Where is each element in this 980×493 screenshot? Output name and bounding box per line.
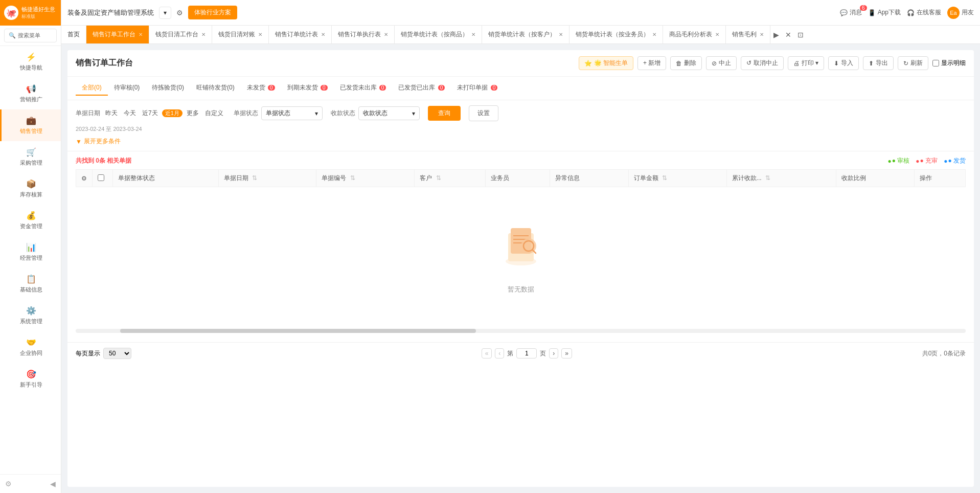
sidebar-item-sales[interactable]: 💼 销售管理 [0,109,61,141]
tab-close-sales-workbench[interactable]: ✕ [139,32,143,37]
more-btn[interactable]: 更多 [185,108,201,119]
import-button[interactable]: ⬇ 导入 [828,56,859,70]
next-page-button[interactable]: › [549,348,558,358]
status-select[interactable]: 单据状态 ▾ [261,106,323,120]
tab-home[interactable]: 首页 [61,26,86,44]
sidebar-item-marketing[interactable]: 📢 营销推广 [0,78,61,109]
tab-sales-exec[interactable]: 销售订单执行表 ✕ [332,26,395,44]
yesterday-btn[interactable]: 昨天 [103,108,120,119]
tab-sales-summary-staff[interactable]: 销货单统计表（按业务员） ✕ [569,26,663,44]
show-detail-checkbox[interactable] [932,60,939,66]
filter-tab-shipped-not-out[interactable]: 已发货未出库 0 [334,81,393,96]
last1month-btn[interactable]: 近1月 [162,109,183,117]
review-action-button[interactable]: ● ● 审核 [887,156,909,165]
sidebar-item-operations[interactable]: 📊 经营管理 [0,236,61,268]
show-detail-toggle[interactable]: 显示明细 [932,59,966,68]
col-header-collected[interactable]: 累计收款... ⇅ [726,170,836,187]
tab-cash-reconcile[interactable]: 钱货日清对账 ✕ [212,26,269,44]
page-size-label: 每页显示 [76,349,100,358]
page-size-dropdown[interactable]: 20 50 100 [103,348,131,359]
system-dropdown[interactable]: ▾ [159,7,171,19]
collapse-button[interactable]: ◀ [50,480,56,488]
tab-close-all-button[interactable]: ✕ [782,31,794,39]
amount-sort-icon: ⇅ [662,174,667,182]
custom-btn[interactable]: 自定义 [203,108,225,119]
horizontal-scrollbar[interactable] [76,329,966,333]
settings-gear-button[interactable]: ⚙ [176,9,183,17]
today-btn[interactable]: 今天 [122,108,138,119]
cancel-stop-button[interactable]: ↺ 取消中止 [741,56,783,70]
filter-tab-not-printed[interactable]: 未打印单据 0 [451,81,504,96]
filter-tab-shipped-out[interactable]: 已发货已出库 0 [392,81,451,96]
app-download-icon: 📱 [868,9,876,16]
last-page-button[interactable]: » [561,348,572,358]
col-header-date[interactable]: 单据日期 ⇅ [218,170,316,187]
tab-scroll-right-button[interactable]: ▶ [770,31,782,39]
tab-close-sales-summary-product[interactable]: ✕ [471,32,475,37]
tab-close-sales-exec[interactable]: ✕ [384,32,388,37]
tab-close-sales-stat[interactable]: ✕ [321,32,325,37]
search-menu-button[interactable]: 🔍 搜索菜单 [4,29,57,42]
tab-sales-workbench[interactable]: 销售订单工作台 ✕ [86,26,149,44]
first-page-button[interactable]: « [482,348,492,358]
tab-sales-stat[interactable]: 销售订单统计表 ✕ [269,26,332,44]
settings-button[interactable]: ⚙ [5,480,12,488]
tab-close-sales-summary-customer[interactable]: ✕ [559,32,563,37]
tab-close-cash-reconcile[interactable]: ✕ [258,32,262,37]
sidebar-item-finance[interactable]: 💰 资金管理 [0,205,61,236]
col-header-check[interactable] [93,170,113,187]
tab-sales-summary-product[interactable]: 销货单统计表（按商品） ✕ [395,26,482,44]
sidebar-item-guide[interactable]: 🎯 新手引导 [0,363,61,395]
setting-button[interactable]: 设置 [469,105,498,121]
sidebar-item-quick-nav[interactable]: ⚡ 快捷导航 [0,46,61,78]
sidebar-item-system[interactable]: ⚙️ 系统管理 [0,300,61,331]
sidebar-item-basic-info[interactable]: 📋 基础信息 [0,268,61,300]
user-menu-button[interactable]: Ea 用友 [947,7,974,19]
stop-button[interactable]: ⊘ 中止 [706,56,737,70]
ai-generate-button[interactable]: ⭐ 🌟 智能生单 [579,56,633,70]
tab-maximize-button[interactable]: ⊡ [794,31,807,39]
online-service-button[interactable]: 🎧 在线客服 [907,8,941,17]
industry-solution-button[interactable]: 体验行业方案 [188,6,237,19]
message-button[interactable]: 💬 消息 6 [840,8,862,17]
filter-tab-pending-review[interactable]: 待审核(0) [108,81,146,96]
tab-close-product-margin[interactable]: ✕ [715,32,719,37]
filter-tab-expired-not-shipped[interactable]: 到期未发货 0 [281,81,334,96]
add-button[interactable]: + 新增 [637,56,666,70]
sidebar-item-purchase[interactable]: 🛒 采购管理 [0,141,61,173]
col-header-number[interactable]: 单据编号 ⇅ [316,170,415,187]
tab-sales-profit[interactable]: 销售毛利 ✕ [726,26,770,44]
export-button[interactable]: ⬆ 导出 [863,56,894,70]
delete-button[interactable]: 🗑 删除 [670,56,702,70]
payment-select[interactable]: 收款状态 ▾ [358,106,420,120]
last7-btn[interactable]: 近7天 [140,108,160,119]
print-button[interactable]: 🖨 打印 ▾ [788,56,824,70]
filter-tab-pending-inspect[interactable]: 待拣验货(0) [146,81,190,96]
refresh-button[interactable]: ↻ 刷新 [898,56,928,70]
inventory-icon: 📦 [26,179,36,189]
col-header-customer[interactable]: 客户 ⇅ [415,170,486,187]
sidebar-item-inventory[interactable]: 📦 库存核算 [0,173,61,205]
prev-page-button[interactable]: ‹ [495,348,504,358]
sidebar-item-enterprise[interactable]: 🤝 企业协同 [0,331,61,363]
select-all-checkbox[interactable] [98,174,104,181]
number-sort-icon: ⇅ [350,174,355,182]
expand-conditions-button[interactable]: ▼ 展开更多条件 [76,137,121,146]
tab-cash-daily[interactable]: 钱货日清工作台 ✕ [149,26,212,44]
app-download-button[interactable]: 📱 App下载 [868,8,901,17]
scrollbar-thumb[interactable] [120,329,476,333]
filter-tab-wangpu-pending[interactable]: 旺铺待发货(0) [190,81,241,96]
search-button[interactable]: 查询 [428,106,461,121]
tab-close-sales-summary-staff[interactable]: ✕ [652,32,656,37]
ship-action-button[interactable]: ● ● 发货 [944,156,966,165]
col-header-settings[interactable]: ⚙ [76,170,93,187]
tab-product-margin[interactable]: 商品毛利分析表 ✕ [663,26,726,44]
filter-tab-all[interactable]: 全部(0) [76,81,108,96]
page-number-input[interactable] [516,348,537,358]
tab-close-sales-profit[interactable]: ✕ [760,32,764,37]
col-header-amount[interactable]: 订单金额 ⇅ [628,170,726,187]
reject-action-button[interactable]: ● ● 充审 [916,156,938,165]
filter-tab-not-shipped[interactable]: 未发货 0 [241,81,281,96]
tab-sales-summary-customer[interactable]: 销货单统计表（按客户） ✕ [482,26,569,44]
tab-close-cash-daily[interactable]: ✕ [201,32,206,37]
